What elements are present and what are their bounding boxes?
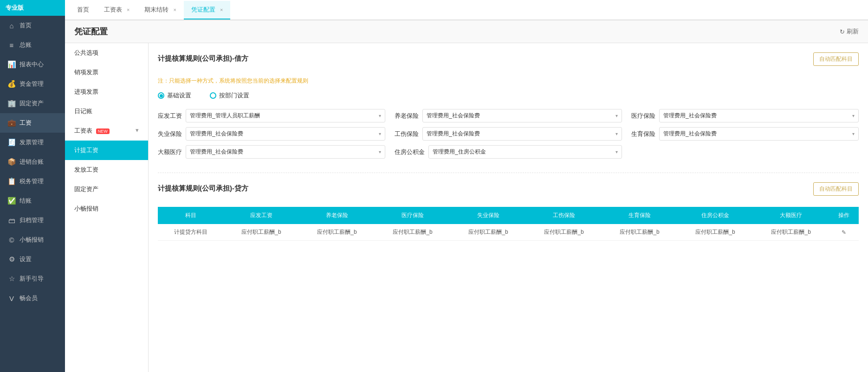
td-shiye: 应付职工薪酬_b — [451, 224, 526, 241]
right-content: 计提核算规则(公司承担)-借方 自动匹配科目 注：只能选择一种方式，系统将按照您… — [149, 43, 868, 372]
section1-header: 计提核算规则(公司承担)-借方 自动匹配科目 — [158, 52, 859, 71]
arrow-icon: ▾ — [136, 127, 139, 134]
radio-dept-circle — [210, 92, 216, 99]
sidebar-item-capital[interactable]: 💰 资金管理 — [0, 74, 65, 94]
left-menu-purchase-invoice[interactable]: 进项发票 — [65, 82, 148, 102]
left-menu-calc-salary[interactable]: 计提工资 — [65, 141, 148, 160]
th-action: 操作 — [829, 207, 859, 224]
select-yanglao[interactable]: 管理费用_社会保险费 ▾ — [422, 109, 622, 122]
xiaochang-icon: © — [7, 236, 16, 244]
sidebar-item-close[interactable]: ✅ 结账 — [0, 191, 65, 211]
chevron-zhufang: ▾ — [615, 149, 618, 154]
credit-table-wrapper: 科目 应发工资 养老保险 医疗保险 失业保险 工伤保险 生育保险 住房公积金 大… — [158, 207, 859, 241]
vip-icon: V — [7, 295, 16, 302]
radio-basic[interactable]: 基础设置 — [158, 91, 191, 100]
tab-voucher-close[interactable]: × — [220, 7, 223, 13]
tab-period-close[interactable]: 期末结转 × — [137, 1, 183, 19]
tab-bar: 首页 工资表 × 期末结转 × 凭证配置 × — [65, 0, 868, 20]
label-shengyu: 生育保险 — [631, 130, 655, 138]
sidebar-item-xiaochang[interactable]: © 小畅报销 — [0, 230, 65, 250]
label-daextra: 大额医疗 — [158, 148, 182, 156]
left-menu-diary[interactable]: 日记账 — [65, 102, 148, 121]
th-shengyu: 生育保险 — [602, 207, 678, 224]
tab-period-close-btn[interactable]: × — [173, 7, 176, 13]
form-item-shengyu: 生育保险 管理费用_社会保险费 ▾ — [631, 127, 859, 141]
td-yanglao: 应付职工薪酬_b — [299, 224, 375, 241]
select-shengyu[interactable]: 管理费用_社会保险费 ▾ — [659, 127, 859, 141]
select-gongshang[interactable]: 管理费用_社会保险费 ▾ — [422, 127, 622, 141]
sidebar-item-report[interactable]: 📊 报表中心 — [0, 55, 65, 74]
chevron-shiye: ▾ — [379, 131, 381, 136]
form-item-shiye: 失业保险 管理费用_社会保险费 ▾ — [158, 127, 385, 141]
auto-match-credit-button[interactable]: 自动匹配科目 — [813, 182, 859, 196]
chevron-gongshang: ▾ — [615, 131, 618, 136]
select-daextra[interactable]: 管理费用_社会保险费 ▾ — [186, 145, 385, 159]
chevron-daextra: ▾ — [379, 149, 381, 154]
sidebar-item-ledger[interactable]: ≡ 总账 — [0, 35, 65, 55]
left-menu-sales-invoice[interactable]: 销项发票 — [65, 63, 148, 82]
left-menu-xiaochang-expense[interactable]: 小畅报销 — [65, 199, 148, 218]
invoice-icon: 🧾 — [7, 138, 16, 147]
sidebar-item-asset[interactable]: 🏢 固定资产 — [0, 94, 65, 113]
left-menu-pay-salary[interactable]: 发放工资 — [65, 160, 148, 180]
auto-match-debit-button[interactable]: 自动匹配科目 — [813, 52, 859, 66]
table-row: 计提贷方科目 应付职工薪酬_b 应付职工薪酬_b 应付职工薪酬_b 应付职工薪酬… — [158, 224, 859, 241]
tab-home[interactable]: 首页 — [70, 1, 97, 19]
left-menu: 公共选项 销项发票 进项发票 日记账 工资表 NEW ▾ 计提工资 发放工资 — [65, 43, 149, 372]
th-yanglao: 养老保险 — [299, 207, 375, 224]
radio-dept[interactable]: 按部门设置 — [210, 91, 249, 100]
tab-voucher-config[interactable]: 凭证配置 × — [184, 1, 230, 19]
form-item-yingfa: 应发工资 管理费用_管理人员职工薪酬 ▾ — [158, 109, 385, 122]
sidebar-item-vip[interactable]: V 畅会员 — [0, 289, 65, 308]
section1-title: 计提核算规则(公司承担)-借方 — [158, 54, 248, 63]
select-shiye[interactable]: 管理费用_社会保险费 ▾ — [186, 127, 385, 141]
tab-payroll-close[interactable]: × — [127, 7, 130, 13]
tab-payroll[interactable]: 工资表 × — [97, 1, 137, 19]
select-zhufang[interactable]: 管理费用_住房公积金 ▾ — [428, 145, 622, 159]
ledger-icon: ≡ — [7, 41, 16, 49]
form-row-2: 失业保险 管理费用_社会保险费 ▾ 工伤保险 管理费用_社会保险费 ▾ — [158, 127, 859, 141]
sidebar-item-home[interactable]: ⌂ 首页 — [0, 16, 65, 35]
sidebar-item-invoice[interactable]: 🧾 发票管理 — [0, 133, 65, 152]
salary-icon: 💼 — [7, 119, 16, 127]
th-kemu: 科目 — [158, 207, 224, 224]
form-item-zhufang: 住房公积金 管理费用_住房公积金 ▾ — [395, 145, 622, 159]
th-yingfa: 应发工资 — [224, 207, 299, 224]
td-edit[interactable]: ✎ — [829, 224, 859, 241]
guide-icon: ☆ — [7, 275, 16, 283]
section1-note: 注：只能选择一种方式，系统将按照您当前的选择来配置规则 — [158, 77, 859, 85]
label-zhufang: 住房公积金 — [395, 148, 425, 156]
settings-icon: ⚙ — [7, 255, 16, 263]
chevron-shengyu: ▾ — [852, 131, 855, 136]
inventory-icon: 📦 — [7, 158, 16, 166]
form-item-gongshang: 工伤保险 管理费用_社会保险费 ▾ — [395, 127, 622, 141]
page-header: 凭证配置 ↻ 刷新 — [65, 20, 868, 43]
sidebar-item-archive[interactable]: 🗃 归档管理 — [0, 211, 65, 230]
sidebar-item-salary[interactable]: 💼 工资 — [0, 113, 65, 133]
td-zhufang: 应付职工薪酬_b — [678, 224, 753, 241]
td-yiliao: 应付职工薪酬_b — [375, 224, 451, 241]
chevron-yiliao: ▾ — [852, 113, 855, 118]
refresh-button[interactable]: ↻ 刷新 — [840, 27, 859, 36]
form-row-3: 大额医疗 管理费用_社会保险费 ▾ 住房公积金 管理费用_住房公积金 ▾ — [158, 145, 859, 159]
edit-icon[interactable]: ✎ — [842, 229, 846, 236]
select-yingfa[interactable]: 管理费用_管理人员职工薪酬 ▾ — [186, 109, 385, 122]
sidebar-item-inventory[interactable]: 📦 进销台账 — [0, 152, 65, 172]
table-header-row: 科目 应发工资 养老保险 医疗保险 失业保险 工伤保险 生育保险 住房公积金 大… — [158, 207, 859, 224]
form-item-yiliao: 医疗保险 管理费用_社会保险费 ▾ — [631, 109, 859, 122]
select-yiliao[interactable]: 管理费用_社会保险费 ▾ — [659, 109, 859, 122]
left-menu-payroll-table[interactable]: 工资表 NEW ▾ — [65, 121, 148, 141]
th-zhufang: 住房公积金 — [678, 207, 753, 224]
form-row-1: 应发工资 管理费用_管理人员职工薪酬 ▾ 养老保险 管理费用_社会保险费 ▾ — [158, 109, 859, 122]
radio-basic-circle — [158, 92, 164, 99]
left-menu-public[interactable]: 公共选项 — [65, 43, 148, 63]
left-menu-fixed-assets[interactable]: 固定资产 — [65, 180, 148, 199]
new-badge: NEW — [96, 128, 110, 134]
sidebar-item-tax[interactable]: 📋 税务管理 — [0, 172, 65, 191]
th-shiye: 失业保险 — [451, 207, 526, 224]
sidebar-item-guide[interactable]: ☆ 新手引导 — [0, 269, 65, 289]
chevron-yingfa: ▾ — [379, 113, 381, 118]
brand-header: 专业版 — [0, 0, 65, 16]
th-gongshang: 工伤保险 — [526, 207, 602, 224]
sidebar-item-settings[interactable]: ⚙ 设置 — [0, 250, 65, 269]
